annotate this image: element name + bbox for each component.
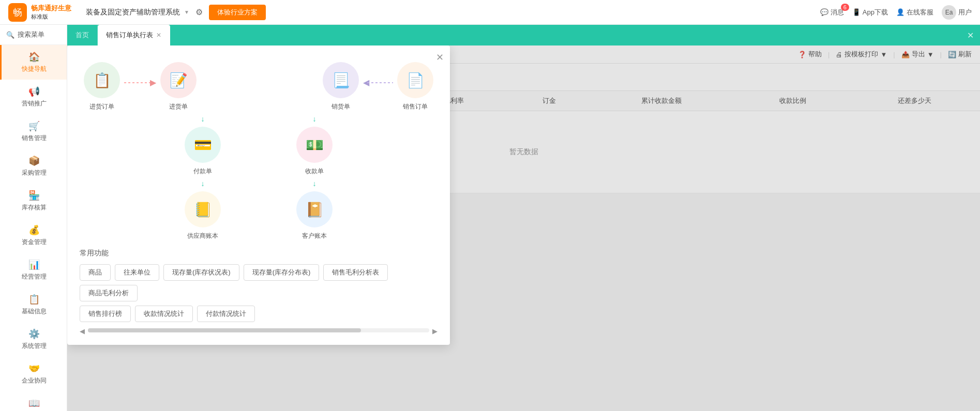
tab-bar: 首页 销售订单执行表 ✕ ✕ [67,25,980,45]
avatar: Ea [942,5,956,20]
sales-icon: 🛒 [28,120,40,132]
sales-order-label: 销售订单 [403,102,428,111]
popup-close-btn[interactable]: ✕ [436,52,444,63]
system-title: 装备及固定资产辅助管理系统 [86,8,180,17]
payment-icon: 💳 [194,136,212,154]
user-action[interactable]: Ea 用户 [942,5,972,20]
flow-node-supplier-ledger[interactable]: 📒 供应商账本 [180,187,225,245]
cf-buttons-row2: 销售排行榜 收款情况统计 付款情况统计 [80,306,438,322]
try-btn[interactable]: 体验行业方案 [209,5,266,20]
flow-node-customer-ledger[interactable]: 📔 客户账本 [292,187,337,245]
sidebar-item-newbie[interactable]: 📖 新手引导 [0,391,67,411]
purchase-icon: 📦 [28,155,40,166]
sidebar-search[interactable]: 🔍 搜索菜单 [0,25,67,45]
system-title-dropdown[interactable]: ▼ [184,9,189,15]
logo-icon: 畅 [8,3,27,22]
logo-area: 畅 畅库通好生意 标准版 [8,3,76,22]
tab-sales-order-exec[interactable]: 销售订单执行表 ✕ [98,25,170,45]
customer-ledger-circle: 📔 [296,191,333,227]
tab-bar-close-btn[interactable]: ✕ [961,31,980,40]
flow-node-sales-bill[interactable]: 📃 销货单 [319,58,363,115]
common-functions: 常用功能 商品 往来单位 现存量(库存状况表) 现存量(库存分布表) 销售毛利分… [80,249,438,322]
flow-node-payment[interactable]: 💳 付款单 [180,123,225,180]
cf-btn-stock-status[interactable]: 现存量(库存状况表) [163,264,239,281]
receipt-label: 收款单 [305,167,324,176]
message-action[interactable]: 💬 消息 6 [820,8,844,17]
purchase-bill-icon: 📝 [170,72,188,89]
sidebar-item-sales[interactable]: 🛒 销售管理 [0,114,67,149]
system-icon: ⚙️ [28,328,40,340]
sidebar-item-quick-nav[interactable]: 🏠 快捷导航 [0,45,67,80]
cf-btn-partner[interactable]: 往来单位 [115,264,159,281]
scroll-right-btn[interactable]: ▶ [432,327,438,335]
customer-service-icon: 👤 [896,8,904,16]
sidebar: 🔍 搜索菜单 🏠 快捷导航 📢 营销推广 🛒 销售管理 📦 [0,25,67,411]
customer-service-action[interactable]: 👤 在线客服 [896,8,933,17]
quick-nav-icon: 🏠 [28,51,40,63]
cf-buttons: 商品 往来单位 现存量(库存状况表) 现存量(库存分布表) 销售毛利分析表 商品… [80,264,438,301]
cf-btn-stock-dist[interactable]: 现存量(库存分布表) [244,264,320,281]
flow-node-purchase-order[interactable]: 📋 进货订单 [80,58,124,115]
message-badge: 6 [841,4,849,11]
marketing-icon: 📢 [28,86,40,97]
purchase-bill-label: 进货单 [169,102,188,111]
customer-ledger-label: 客户账本 [302,232,327,240]
sidebar-item-marketing[interactable]: 📢 营销推广 [0,80,67,114]
app-download-action[interactable]: 📱 App下载 [852,8,888,17]
sidebar-item-system[interactable]: ⚙️ 系统管理 [0,322,67,357]
enterprise-icon: 🤝 [28,363,40,374]
cf-btn-sales-rank[interactable]: 销售排行榜 [80,306,131,322]
gear-icon[interactable]: ⚙ [195,7,203,17]
app-download-icon: 📱 [852,8,861,16]
popup-scrollbar[interactable] [88,328,429,332]
sales-order-icon: 📄 [406,72,425,89]
flow-node-purchase-bill[interactable]: 📝 进货单 [156,58,201,115]
cf-btn-sales-margin[interactable]: 销售毛利分析表 [323,264,388,281]
flow-node-sales-order[interactable]: 📄 销售订单 [393,58,438,115]
header-actions: 💬 消息 6 📱 App下载 👤 在线客服 Ea 用户 [820,5,972,20]
sidebar-item-basic-info[interactable]: 📋 基础信息 [0,287,67,322]
supplier-ledger-icon: 📒 [194,201,212,218]
receipt-icon: 💵 [306,136,324,154]
tab-close-icon[interactable]: ✕ [156,32,161,39]
message-icon: 💬 [820,8,828,16]
payment-circle: 💳 [185,127,221,163]
sidebar-item-inventory[interactable]: 🏪 库存核算 [0,184,67,218]
logo-text: 畅库通好生意 标准版 [31,4,71,20]
cf-btn-receipt-stat[interactable]: 收款情况统计 [135,306,193,322]
flow-node-receipt[interactable]: 💵 收款单 [292,123,337,180]
sidebar-item-operation[interactable]: 📊 经营管理 [0,253,67,287]
sales-bill-circle: 📃 [323,62,359,98]
sidebar-nav: 🏠 快捷导航 📢 营销推广 🛒 销售管理 📦 采购管理 🏪 库存核 [0,45,67,411]
sidebar-item-enterprise[interactable]: 🤝 企业协同 [0,357,67,391]
system-title-area: 装备及固定资产辅助管理系统 ▼ [86,8,189,17]
content-area: 首页 销售订单执行表 ✕ ✕ ❓ 帮助 | [67,25,980,411]
purchase-order-circle: 📋 [84,62,120,98]
customer-ledger-icon: 📔 [306,201,324,218]
cf-btn-goods[interactable]: 商品 [80,264,111,281]
popup-overlay[interactable]: ✕ 📋 进货订单 [67,45,980,411]
quick-popup: ✕ 📋 进货订单 [67,45,450,345]
purchase-bill-circle: 📝 [160,62,197,98]
scrollbar-thumb [88,328,361,332]
supplier-ledger-circle: 📒 [185,191,221,227]
cf-title: 常用功能 [80,249,438,258]
tab-home[interactable]: 首页 [67,25,98,45]
receipt-circle: 💵 [296,127,333,163]
purchase-order-icon: 📋 [93,72,111,89]
payment-label: 付款单 [193,167,212,176]
sidebar-item-finance[interactable]: 💰 资金管理 [0,218,67,253]
scroll-left-btn[interactable]: ◀ [80,327,85,335]
purchase-order-label: 进货订单 [89,102,114,111]
finance-icon: 💰 [28,224,40,236]
cf-btn-goods-margin[interactable]: 商品毛利分析 [80,285,138,301]
sales-order-circle: 📄 [397,62,433,98]
supplier-ledger-label: 供应商账本 [187,232,218,240]
cf-btn-payment-stat[interactable]: 付款情况统计 [197,306,255,322]
operation-icon: 📊 [28,259,40,270]
sidebar-item-purchase[interactable]: 📦 采购管理 [0,149,67,184]
popup-scrollbar-wrap: ◀ ▶ [88,328,429,332]
sales-bill-icon: 📃 [332,72,350,89]
search-icon: 🔍 [6,31,14,39]
page-content: ❓ 帮助 | 🖨 按模板打印 ▼ | 📤 导出 ▼ | [67,45,980,411]
